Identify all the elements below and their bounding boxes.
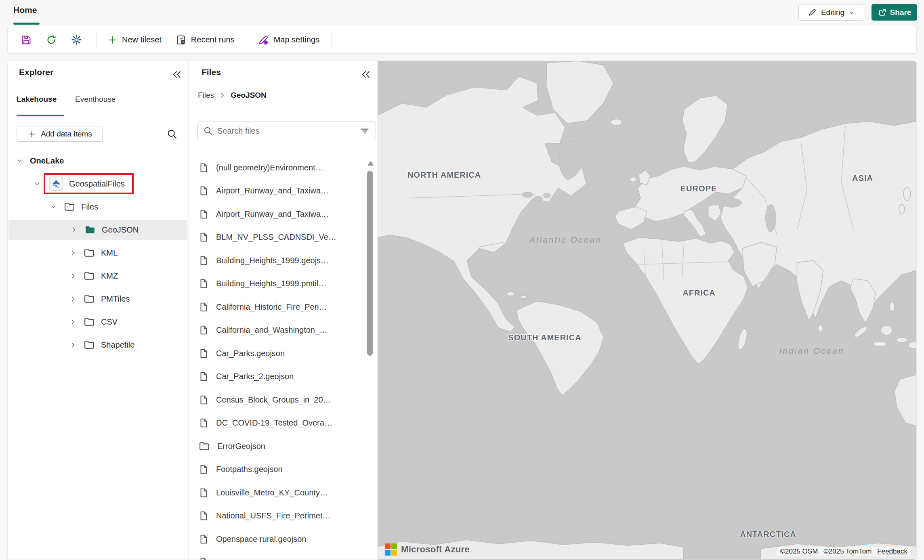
task-list-clock-icon bbox=[175, 34, 187, 46]
file-list-item[interactable] bbox=[189, 554, 364, 560]
file-list: (null geometry)Environment…Airport_Runwa… bbox=[189, 159, 364, 560]
file-icon bbox=[198, 325, 209, 336]
tree-item-kmz[interactable]: KMZ bbox=[8, 266, 187, 286]
map-label-europe: EUROPE bbox=[680, 184, 717, 193]
feedback-link[interactable]: Feedback bbox=[877, 547, 907, 556]
chevron-right-icon[interactable] bbox=[70, 342, 76, 348]
folder-list-item[interactable]: ErrorGeojson bbox=[189, 437, 364, 455]
chevron-right-icon[interactable] bbox=[70, 319, 76, 325]
gear-icon bbox=[71, 34, 82, 46]
tab-home[interactable]: Home bbox=[13, 5, 37, 15]
recent-runs-button[interactable]: Recent runs bbox=[171, 31, 239, 49]
folder-selected-icon bbox=[84, 224, 96, 236]
chevron-down-icon[interactable] bbox=[34, 180, 40, 187]
file-list-item[interactable]: Car_Parks_2.geojson bbox=[189, 368, 364, 386]
file-icon bbox=[198, 348, 209, 359]
files-collapse-button[interactable] bbox=[360, 68, 372, 81]
chevron-down-icon[interactable] bbox=[50, 203, 57, 210]
file-list-item[interactable]: Building_Heights_1999.pmtil… bbox=[189, 275, 364, 293]
chevron-down-icon[interactable] bbox=[17, 157, 23, 164]
file-list-item[interactable]: Census_Block_Groups_in_20… bbox=[189, 391, 364, 409]
add-data-items-button[interactable]: Add data items bbox=[17, 126, 103, 142]
breadcrumb-files[interactable]: Files bbox=[198, 91, 214, 100]
file-name: California_Historic_Fire_Peri… bbox=[216, 302, 327, 312]
tree-item-geospatialfiles[interactable]: GeospatialFiles bbox=[8, 174, 187, 194]
file-list-item[interactable]: Louisville_Metro_KY_County… bbox=[189, 484, 364, 501]
save-icon bbox=[21, 34, 32, 46]
folder-icon bbox=[83, 316, 95, 328]
filter-button[interactable] bbox=[359, 125, 371, 137]
breadcrumb-geojson[interactable]: GeoJSON bbox=[231, 91, 267, 100]
file-name: Census_Block_Groups_in_20… bbox=[216, 395, 331, 405]
file-icon bbox=[198, 278, 209, 289]
share-label: Share bbox=[890, 8, 911, 17]
file-name: (null geometry)Environment… bbox=[216, 163, 323, 172]
tree-item-onelake[interactable]: OneLake bbox=[8, 151, 187, 171]
file-list-item[interactable]: Building_Heights_1999.geojs… bbox=[189, 252, 364, 269]
chevron-right-icon[interactable] bbox=[70, 296, 76, 302]
annotation-highlight-box: GeospatialFiles bbox=[44, 173, 134, 194]
file-list-item[interactable]: California_and_Washington_… bbox=[189, 321, 364, 339]
chevron-right-icon bbox=[219, 92, 225, 99]
file-name: Openspace rural.geojson bbox=[216, 535, 306, 544]
tab-lakehouse[interactable]: Lakehouse bbox=[17, 95, 57, 104]
tree-item-shapefile[interactable]: Shapefile bbox=[8, 335, 187, 355]
folder-icon bbox=[83, 293, 95, 305]
refresh-button[interactable] bbox=[43, 32, 59, 48]
file-list-item[interactable]: National_USFS_Fire_Perimet… bbox=[189, 507, 364, 525]
file-list-item[interactable]: (null geometry)Environment… bbox=[189, 159, 364, 176]
file-list-item[interactable]: Car_Parks.geojson bbox=[189, 344, 364, 362]
scrollbar-thumb[interactable] bbox=[367, 171, 373, 356]
map-label-north-america: NORTH AMERICA bbox=[407, 170, 481, 180]
folder-icon bbox=[198, 440, 210, 452]
file-search-input[interactable] bbox=[217, 126, 355, 136]
new-tileset-button[interactable]: New tileset bbox=[103, 31, 166, 48]
file-list-item[interactable]: Airport_Runway_and_Taxiwa… bbox=[189, 205, 364, 223]
share-button[interactable]: Share bbox=[872, 4, 917, 21]
file-icon bbox=[198, 464, 209, 475]
folder-icon bbox=[83, 270, 95, 282]
explorer-collapse-button[interactable] bbox=[171, 68, 183, 81]
chevron-right-icon[interactable] bbox=[70, 250, 76, 256]
chevron-down-icon bbox=[848, 9, 855, 16]
copyright-tomtom: ©2025 TomTom bbox=[823, 547, 872, 556]
file-list-item[interactable]: Footpaths.geojson bbox=[189, 461, 364, 478]
tree-item-kml[interactable]: KML bbox=[8, 243, 187, 263]
breadcrumb: Files GeoJSON bbox=[198, 91, 267, 100]
scrollbar-up-arrow[interactable] bbox=[368, 161, 374, 166]
settings-button[interactable] bbox=[68, 31, 85, 48]
file-list-item[interactable]: California_Historic_Fire_Peri… bbox=[189, 298, 364, 316]
tree-item-geojson[interactable]: GeoJSON bbox=[8, 220, 187, 240]
save-button[interactable] bbox=[18, 32, 34, 48]
chevron-right-icon[interactable] bbox=[71, 227, 77, 233]
map-canvas[interactable]: NORTH AMERICAEUROPEASIAAtlantic OceanAFR… bbox=[378, 61, 916, 560]
pen-settings-icon bbox=[258, 34, 269, 46]
editing-mode-dropdown[interactable]: Editing bbox=[798, 4, 864, 21]
tree-item-pmtiles[interactable]: PMTiles bbox=[8, 289, 187, 309]
tree-item-label: Files bbox=[81, 202, 98, 212]
file-icon bbox=[198, 557, 209, 560]
chevron-right-icon[interactable] bbox=[70, 273, 76, 279]
tree-item-files[interactable]: Files bbox=[8, 197, 187, 217]
file-list-item[interactable]: Openspace rural.geojson bbox=[189, 530, 364, 548]
map-settings-button[interactable]: Map settings bbox=[254, 31, 323, 49]
file-name: ErrorGeojson bbox=[217, 442, 265, 451]
file-name: Building_Heights_1999.pmtil… bbox=[216, 279, 327, 288]
command-toolbar: New tileset Recent runs bbox=[7, 26, 917, 54]
file-icon bbox=[198, 417, 209, 428]
explorer-search-button[interactable] bbox=[165, 127, 179, 141]
plus-icon bbox=[27, 129, 37, 139]
file-name: Car_Parks_2.geojson bbox=[216, 372, 294, 381]
main-content: Explorer Lakehouse Eventhouse Add data i… bbox=[7, 61, 917, 560]
file-list-item[interactable]: DC_COVID-19_Tested_Overa… bbox=[189, 414, 364, 432]
file-search-box bbox=[197, 122, 376, 140]
map-label-atlantic-ocean: Atlantic Ocean bbox=[529, 235, 602, 245]
toolbar-divider bbox=[332, 32, 332, 48]
file-name: BLM_NV_PLSS_CADNSDI_Ve… bbox=[216, 233, 336, 242]
world-map-graphic bbox=[378, 61, 916, 560]
file-list-item[interactable]: Airport_Runway_and_Taxiwa… bbox=[189, 182, 364, 200]
tree-item-csv[interactable]: CSV bbox=[8, 312, 187, 332]
file-icon bbox=[198, 185, 209, 196]
file-list-item[interactable]: BLM_NV_PLSS_CADNSDI_Ve… bbox=[189, 229, 364, 246]
tab-eventhouse[interactable]: Eventhouse bbox=[75, 95, 116, 104]
